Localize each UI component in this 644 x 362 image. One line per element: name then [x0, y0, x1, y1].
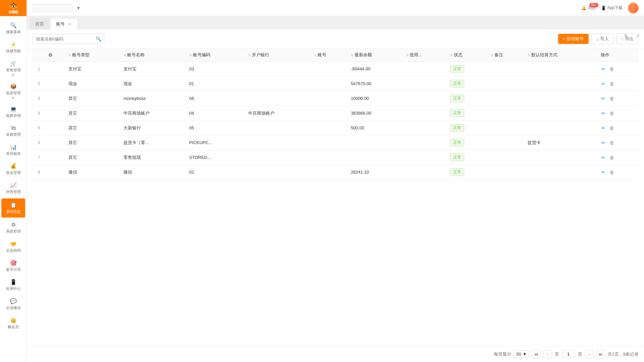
col-action: 操作 — [598, 49, 639, 62]
sidebar-item-purchase[interactable]: 🛍 采购管理 — [0, 122, 26, 140]
app-download-button[interactable]: 📱 App下载 — [601, 5, 623, 11]
row-bank — [246, 76, 311, 91]
tab-account[interactable]: 账号✕ — [50, 18, 78, 30]
row-code: 06 — [186, 91, 246, 106]
row-status: 正常 — [447, 165, 488, 180]
edit-button[interactable]: ✏ — [601, 95, 606, 102]
sidebar-item-member[interactable]: 👑 畅会员 — [0, 314, 26, 333]
row-bank: 中百商场账户 — [246, 106, 311, 121]
sidebar-item-enterprise[interactable]: 🤝 企业协同 — [0, 237, 26, 256]
prev-page-button[interactable]: ‹ — [543, 350, 552, 359]
edit-button[interactable]: ✏ — [601, 110, 606, 117]
col-name[interactable]: ⇅ 账号名称 — [121, 49, 186, 62]
page-number-input[interactable] — [562, 350, 575, 358]
sort-icon-settlement: ⇅ — [528, 53, 531, 57]
delete-button[interactable]: 🗑 — [609, 169, 615, 176]
message-button[interactable]: 🔔 消息 99+ — [581, 5, 596, 11]
content-area: ✕ ⤢ 🔍 + 新增账号 ↓ 导入 ↑ 导出 — [27, 29, 644, 362]
import-button[interactable]: ↓ 导入 — [591, 34, 614, 44]
col-settlement[interactable]: ⇅ 默认结算方式 — [525, 49, 598, 62]
edit-button[interactable]: ✏ — [601, 80, 606, 87]
add-account-button[interactable]: + 新增账号 — [558, 34, 589, 44]
sidebar-item-wechat[interactable]: 💬 企业微信 — [0, 295, 26, 314]
sidebar-item-finance[interactable]: 💰 资金管理 — [0, 160, 26, 179]
close-window-button[interactable]: ✕ — [620, 29, 632, 42]
row-number: 5 — [32, 121, 46, 135]
settings-icon[interactable]: ⚙ — [48, 52, 53, 58]
content-toolbar: 🔍 + 新增账号 ↓ 导入 ↑ 导出 — [27, 29, 644, 49]
col-code[interactable]: ⇅ 账号编码 — [186, 49, 246, 62]
sidebar-item-label-finance: 资金管理 — [6, 170, 21, 175]
col-account[interactable]: ⇅ 账号 — [311, 49, 348, 62]
row-name: 微信 — [121, 165, 186, 180]
header-dropdown[interactable]: ▼ — [76, 6, 80, 10]
search-button[interactable]: 🔍 — [93, 34, 104, 44]
next-page-button[interactable]: › — [585, 350, 594, 359]
edit-button[interactable]: ✏ — [601, 139, 606, 146]
sidebar-item-wholesale[interactable]: 📦 批发管理 ▶ — [0, 80, 26, 103]
sidebar-item-label-wholesale: 批发管理 — [6, 90, 21, 96]
col-bank[interactable]: ⇅ 开户银行 — [246, 49, 311, 62]
delete-button[interactable]: 🗑 — [609, 80, 615, 87]
per-page-select[interactable]: 50 ▼ — [514, 350, 529, 358]
row-bank — [246, 121, 311, 135]
delete-button[interactable]: 🗑 — [609, 95, 615, 102]
col-type[interactable]: ⇅ 账号类型 — [66, 49, 121, 62]
row-number: 4 — [32, 106, 46, 121]
row-balance: 28241.10 — [348, 165, 403, 180]
table-row: 6其它提货卡（零...PICKUPC...正常提货卡 ✏ 🗑 — [32, 135, 639, 150]
col-balance[interactable]: ⇅ 最新余额 — [348, 49, 403, 62]
sidebar-item-search-menu[interactable]: 🔍 搜索菜单 — [0, 19, 26, 38]
row-account — [311, 62, 348, 76]
row-actions: ✏ 🗑 — [598, 165, 639, 180]
row-account — [311, 135, 348, 150]
chevron-down-icon: ▼ — [76, 6, 80, 10]
row-balance — [348, 150, 403, 165]
window-controls: ✕ ⤢ — [620, 29, 644, 42]
add-account-label: + 新增账号 — [563, 36, 584, 42]
delete-button[interactable]: 🗑 — [609, 139, 615, 146]
maximize-window-button[interactable]: ⤢ — [632, 29, 644, 42]
delete-button[interactable]: 🗑 — [609, 154, 615, 161]
basic-info-icon: 📋 — [10, 202, 17, 208]
col-num — [32, 49, 46, 62]
edit-button[interactable]: ✏ — [601, 66, 606, 72]
sidebar-item-app-center[interactable]: 📱 应用中心 — [0, 276, 26, 295]
first-page-button[interactable]: ⏮ — [532, 350, 541, 359]
col-status[interactable]: ⇅ 状态 — [447, 49, 488, 62]
app-logo[interactable]: 🐯 乐畅版 — [0, 0, 26, 16]
row-type: 支付宝 — [66, 62, 121, 76]
edit-button[interactable]: ✏ — [601, 169, 606, 176]
accounts-table: ⚙⇅ 账号类型⇅ 账号名称⇅ 账号编码⇅ 开户银行⇅ 账号⇅ 最新余额⇅ 使用.… — [32, 49, 639, 180]
sidebar-item-operations[interactable]: 📈 经营管理 — [0, 179, 26, 198]
header-search-input[interactable] — [32, 4, 72, 12]
sidebar-item-ecommerce[interactable]: 💻 电商管理 — [0, 103, 26, 122]
delete-button[interactable]: 🗑 — [609, 110, 615, 117]
col-remark[interactable]: ⇅ 备注 — [488, 49, 525, 62]
status-badge: 正常 — [450, 168, 464, 176]
sort-icon-account: ⇅ — [314, 53, 318, 57]
sidebar-item-system[interactable]: ⚙ 系统管理 — [0, 218, 26, 237]
sidebar-item-guide[interactable]: 🎯 新手引导 — [0, 256, 26, 276]
row-settlement — [525, 91, 598, 106]
member-icon: 👑 — [10, 317, 17, 323]
sidebar-item-retail[interactable]: 🛒 零售管理 ▶ — [0, 57, 26, 80]
table-search-input[interactable] — [33, 35, 93, 44]
tab-close-account[interactable]: ✕ — [67, 21, 72, 27]
row-code: 01 — [186, 76, 246, 91]
delete-button[interactable]: 🗑 — [609, 66, 615, 72]
sidebar-item-basic-info[interactable]: 📋 基础信息 — [1, 198, 25, 218]
sidebar-item-inventory[interactable]: 📊 库存核算 — [0, 140, 26, 160]
sort-icon-status: ⇅ — [450, 53, 454, 57]
last-page-button[interactable]: ⏭ — [596, 350, 605, 359]
sidebar-item-shortcuts[interactable]: ⚡ 快捷导航 — [0, 38, 26, 57]
col-usage[interactable]: ⇅ 使用... — [403, 49, 447, 62]
row-number: 6 — [32, 135, 46, 150]
delete-button[interactable]: 🗑 — [609, 125, 615, 131]
row-usage — [403, 106, 447, 121]
edit-button[interactable]: ✏ — [601, 125, 606, 131]
avatar[interactable] — [628, 3, 639, 13]
tab-home[interactable]: 首页 — [30, 18, 50, 29]
edit-button[interactable]: ✏ — [601, 154, 606, 161]
row-code: PICKUPC... — [186, 135, 246, 150]
